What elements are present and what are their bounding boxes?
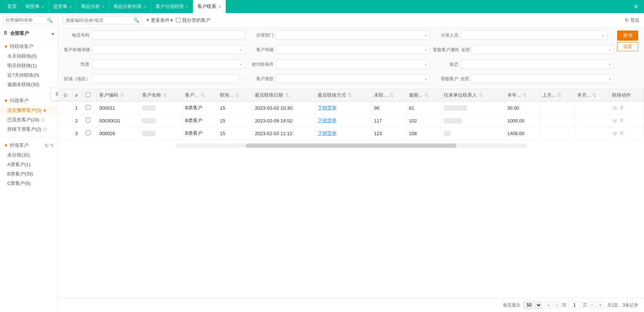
filter-dept-select[interactable]: ▾ [276,31,430,40]
sort-unit-icon[interactable]: ⇅ [479,92,483,98]
more-conditions-btn[interactable]: ▼ 更多条件 ▾ [145,17,173,24]
sidebar-item-lost[interactable]: 已流失客户(24) ⓘ [0,115,58,125]
cell-year-1: 1000.00 [505,114,540,127]
select-all-checkbox[interactable] [86,92,90,97]
export-button[interactable]: ↻ 导出 [625,17,640,24]
action-phone-icon-0[interactable]: ☏ [612,105,618,111]
contact-method-link-1[interactable]: 下销货单 [318,118,337,123]
chevron-zero-attr-icon: ▾ [609,48,611,52]
sort-thismonth-icon[interactable]: ⇅ [592,92,596,98]
sidebar-item-overdue[interactable]: 逾期未联络(30) [0,80,58,89]
tab-sales-close[interactable]: × [42,4,44,9]
contact-method-link-2[interactable]: 下销货单 [318,130,337,136]
region-dots[interactable]: ··· [240,76,246,82]
filter-zero-customer-select[interactable]: ▾ [471,74,614,84]
prev-page-btn[interactable]: ‹ [554,301,560,309]
per-page-select[interactable]: 50 100 200 [523,301,542,309]
th-unit-contact: 往来单位联系人 ⇅ [442,89,505,102]
sidebar-group-lost[interactable]: ▼ 问题客户 [0,96,58,106]
filter-price-tier: 客户价格等级 ▾ [64,45,245,54]
th-config[interactable]: ⚙ [58,89,73,102]
sidebar-all-customers[interactable]: ⠿ 全部客户 « [0,27,58,40]
page-nav: « ‹ 第 页 › » [545,301,604,309]
sort-type-icon[interactable]: ⇅ [201,92,205,98]
sort-contact-icon[interactable]: ⇅ [236,92,240,98]
filter-status-select[interactable]: ▾ [460,60,614,69]
filter-customer-tier-select[interactable]: ▾ [276,45,430,54]
sort-lastmonth-icon[interactable]: ⇅ [558,92,562,98]
row-checkbox-0[interactable] [86,105,90,110]
tab-customer-contact[interactable]: 客户联系 × [193,0,225,13]
sort-nocontact-icon[interactable]: ⇅ [390,92,394,98]
value-edit-icon[interactable]: ✎ [50,143,54,148]
filter-customer-type-select[interactable]: ▾ [276,74,430,84]
my-customers-checkbox[interactable] [176,18,181,23]
tab-customer-contact-close[interactable]: × [218,4,221,9]
value-refresh-icon[interactable]: ↻ [45,143,49,148]
sidebar-search-icon: 🔍 [47,17,53,23]
query-button[interactable]: 查询 [617,31,638,41]
action-more-icon-1[interactable]: ⠿ [620,118,624,123]
row-checkbox-2[interactable] [86,130,90,135]
sidebar-item-ungrouped[interactable]: 未分组(32) [0,150,58,160]
tab-customer-tier[interactable]: 客户分层经营 × [151,0,193,13]
action-phone-icon-1[interactable]: ☏ [612,118,618,123]
main-search-icon[interactable]: 🔍 [133,17,139,23]
sort-name-icon[interactable]: ⇅ [163,92,167,98]
filter-row-3: 性质 ▾ 收付款条件 ▾ [64,60,614,69]
cell-index-0: 1 [73,102,83,114]
first-page-btn[interactable]: « [545,301,552,309]
window-close-button[interactable]: ✕ [631,3,641,10]
last-page-btn[interactable]: » [597,301,604,309]
tab-sales[interactable]: 销货单 × [21,0,49,13]
tab-customer-tier-close[interactable]: × [186,4,188,9]
filter-zero-attr-select[interactable]: ▾ [471,45,614,54]
sort-year-icon[interactable]: ⇅ [523,92,527,98]
cell-lastmonth-2 [540,127,575,140]
sidebar-item-class-a[interactable]: A类客户(1) [0,160,58,169]
main-search-input[interactable] [66,18,133,23]
tab-home[interactable]: 首页 [3,0,21,13]
settings-button[interactable]: 设置 [617,42,638,51]
sidebar-item-tomorrow[interactable]: 明天待联络(1) [0,61,58,70]
tab-purchase-close[interactable]: × [69,4,72,9]
sidebar-item-7days[interactable]: 近7天待联络(0) [0,70,58,80]
manager-dots[interactable]: ··· [609,32,614,38]
sidebar-collapse-icon[interactable]: « [52,31,54,36]
action-more-icon-2[interactable]: ⠿ [620,131,624,136]
row-checkbox-1[interactable] [86,118,90,122]
filter-nature: 性质 ▾ [64,60,245,69]
sort-code-icon[interactable]: ⇅ [120,92,124,98]
sidebar-item-today[interactable]: 今天待联络(0) [0,52,58,61]
next-page-btn[interactable]: › [589,301,595,309]
sidebar-item-at-risk[interactable]: 流失预警客户(3) ● [0,106,58,115]
scrollbar-area [58,140,644,151]
sidebar-group-pending[interactable]: ▼ 待联络客户 [0,41,58,52]
content-area: 🔍 ▼ 更多条件 ▾ 我分管的客户 ↻ 导出 [58,13,644,312]
action-phone-icon-2[interactable]: ☏ [612,131,618,136]
tab-goods-analysis[interactable]: 商品分析 × [77,0,109,13]
action-more-icon-0[interactable]: ⠿ [620,105,624,111]
tab-goods-analysis-list-close[interactable]: × [144,4,146,9]
contact-method-link-0[interactable]: 下销货单 [318,105,337,110]
sidebar-group-value[interactable]: ▼ 价值客户 ↻ ✎ [0,140,58,150]
sidebar-item-declining[interactable]: 持续下滑客户(2) ⓘ [0,125,58,134]
sort-overdue-icon[interactable]: ⇅ [424,92,428,98]
filter-phone-input[interactable] [92,31,245,40]
filter-price-tier-select[interactable]: ▾ [92,45,245,54]
filter-manager-select[interactable]: ▾ [460,31,608,40]
filter-payment-select[interactable]: ▾ [276,60,430,69]
cell-checkbox-2 [83,127,97,140]
sort-date-icon[interactable]: ⇅ [285,92,289,98]
filter-nature-select[interactable]: ▾ [92,60,245,69]
th-last-contact-method: 最后联络方式 ⇅ [315,89,372,102]
sidebar-item-class-b[interactable]: B类客户(33) [0,169,58,179]
page-input[interactable] [568,301,581,309]
sidebar-item-class-c[interactable]: C类客户(6) [0,179,58,188]
horizontal-scrollbar[interactable] [175,143,527,148]
sort-method-icon[interactable]: ⇅ [348,92,352,98]
tab-purchase[interactable]: 进货单 × [49,0,76,13]
filter-region: 区域（地区） ··· [64,74,245,84]
tab-goods-analysis-close[interactable]: × [102,4,104,9]
tab-goods-analysis-list[interactable]: 商品分析列表 × [109,0,151,13]
